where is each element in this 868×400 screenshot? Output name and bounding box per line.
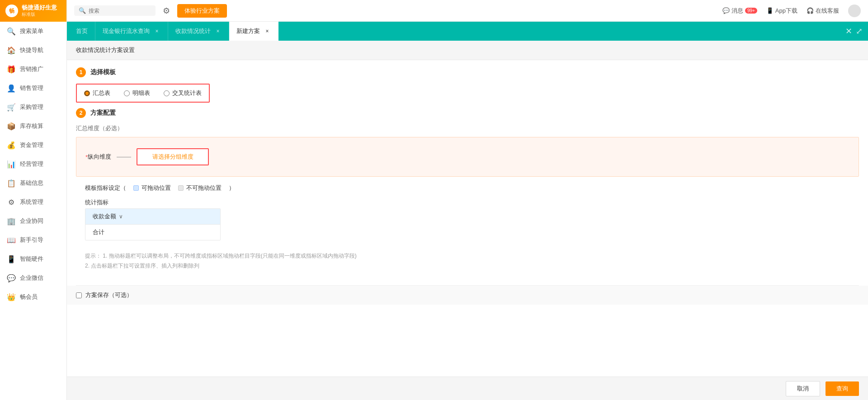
service-icon: 🎧 [807,7,814,14]
tab-expand-icon[interactable]: ⤢ [856,26,863,36]
tip-prefix: 提示： [85,253,101,259]
tab-receipt-stats-close[interactable]: × [214,28,222,35]
app-download-button[interactable]: 📱 App下载 [766,7,797,15]
smart-hw-icon: 📱 [7,255,15,263]
sidebar: 畅 畅捷通好生意 标准版 🔍 搜索菜单 🏠 快捷导航 🎁 营销推广 👤 销售管理… [0,0,67,400]
indicator-chevron-icon[interactable]: ∨ [119,213,123,220]
sidebar-item-label: 经营管理 [20,160,43,168]
radio-summary[interactable]: 汇总表 [84,89,110,97]
step2-label: 2 方案配置 [76,108,859,118]
guide-icon: 📖 [7,236,15,244]
sidebar-item-label: 库存核算 [20,122,43,130]
radio-detail-label: 明细表 [132,89,150,97]
tab-close-all-icon[interactable]: ✕ [845,26,852,36]
indicators-close-paren: ） [229,184,235,192]
member-icon: 👑 [7,293,15,301]
tab-bank-flow-close[interactable]: × [153,28,160,35]
tab-bank-flow-label: 现金银行流水查询 [103,27,150,35]
sidebar-item-quick-nav[interactable]: 🏠 快捷导航 [0,41,66,60]
sidebar-item-system[interactable]: ⚙ 系统管理 [0,193,66,212]
sidebar-item-sales[interactable]: 👤 销售管理 [0,79,66,98]
step1-title: 选择模板 [90,68,116,76]
tab-receipt-stats[interactable]: 收款情况统计 × [168,22,229,41]
basic-info-icon: 📋 [7,179,15,187]
radio-summary-input[interactable] [84,90,90,96]
sidebar-item-basic-info[interactable]: 📋 基础信息 [0,174,66,193]
dimension-select[interactable]: 请选择分组维度 [137,148,209,165]
indicator-row-total: 合计 [85,225,220,240]
management-icon: 📊 [7,160,15,168]
sidebar-item-label: 销售管理 [20,84,43,92]
tab-bar: 首页 现金银行流水查询 × 收款情况统计 × 新建方案 × ✕ ⤢ [67,22,868,41]
sidebar-item-label: 基础信息 [20,179,43,187]
weixin-icon: 💬 [7,274,15,282]
sidebar-item-purchase[interactable]: 🛒 采购管理 [0,98,66,117]
tab-new-plan-close[interactable]: × [264,28,271,35]
message-badge: 99+ [745,8,757,14]
sidebar-item-guide[interactable]: 📖 新手引导 [0,231,66,249]
sidebar-item-enterprise[interactable]: 🏢 企业协同 [0,212,66,231]
system-icon: ⚙ [7,198,15,206]
sidebar-item-search-menu[interactable]: 🔍 搜索菜单 [0,22,66,41]
radio-detail[interactable]: 明细表 [124,89,150,97]
content-inner: 收款情况统计方案设置 1 选择模板 汇总表 明细表 [67,41,868,376]
sidebar-item-marketing[interactable]: 🎁 营销推广 [0,60,66,79]
indicators-header: 模板指标设定（ 可拖动位置 不可拖动位置 ） [85,184,850,192]
sidebar-item-management[interactable]: 📊 经营管理 [0,155,66,174]
draggable-label: 可拖动位置 [142,184,171,192]
message-button[interactable]: 💬 消息 99+ [722,7,757,15]
step2-circle: 2 [76,108,86,118]
sidebar-item-label: 企业微信 [20,274,43,282]
tip1: 1. 拖动标题栏可以调整布局，不可跨维度或指标区域拖动栏目字段(只能在同一维度或… [103,253,356,259]
footer: 取消 查询 [67,376,868,400]
header-right: 💬 消息 99+ 📱 App下载 🎧 在线客服 [722,5,861,17]
step1-section: 1 选择模板 汇总表 明细表 交叉统计表 [67,60,868,108]
enterprise-icon: 🏢 [7,217,15,225]
sidebar-item-label: 采购管理 [20,103,43,111]
message-icon: 💬 [722,7,730,14]
search-input[interactable] [89,8,151,14]
user-avatar[interactable] [848,5,861,17]
sidebar-item-label: 畅会员 [20,293,38,301]
sidebar-item-smart-hw[interactable]: 📱 智能硬件 [0,249,66,268]
tip2: 2. 点击标题栏下拉可设置排序、插入列和删除列 [85,261,850,271]
main-area: 🔍 ⚙ 体验行业方案 💬 消息 99+ 📱 App下载 🎧 在线客服 首页 [67,0,868,400]
query-button[interactable]: 查询 [826,381,859,396]
cancel-button[interactable]: 取消 [786,381,820,396]
dimension-arrow: —— [117,153,131,161]
logo-icon: 畅 [5,5,18,17]
radio-detail-input[interactable] [124,90,130,96]
content-area: 收款情况统计方案设置 1 选择模板 汇总表 明细表 [67,41,868,376]
indicator-header-row[interactable]: 收款金额 ∨ [85,209,220,225]
download-icon: 📱 [766,7,774,14]
tab-new-plan[interactable]: 新建方案 × [229,22,278,41]
sidebar-nav: 🔍 搜索菜单 🏠 快捷导航 🎁 营销推广 👤 销售管理 🛒 采购管理 📦 库存核… [0,22,66,400]
radio-cross-input[interactable] [164,90,170,96]
sales-icon: 👤 [7,84,15,92]
header-search-box[interactable]: 🔍 [74,5,156,16]
sidebar-item-finance[interactable]: 💰 资金管理 [0,136,66,155]
step1-label: 1 选择模板 [76,67,859,77]
sidebar-item-label: 搜索菜单 [20,27,43,35]
save-checkbox[interactable] [76,292,82,298]
stats-label: 统计指标 [85,197,108,208]
indicator-table-wrapper: 统计指标 [85,197,850,208]
tab-home[interactable]: 首页 [67,22,95,41]
sidebar-item-weixin[interactable]: 💬 企业微信 [0,268,66,287]
tips-section: 提示： 1. 拖动标题栏可以调整布局，不可跨维度或指标区域拖动栏目字段(只能在同… [76,248,859,278]
draggable-indicator: 可拖动位置 [133,184,171,192]
sidebar-item-inventory[interactable]: 📦 库存核算 [0,117,66,136]
settings-icon[interactable]: ⚙ [163,6,170,16]
dimension-title: 汇总维度（必选） [76,124,859,132]
inventory-icon: 📦 [7,122,15,130]
trial-industry-button[interactable]: 体验行业方案 [177,4,227,18]
sidebar-item-member[interactable]: 👑 畅会员 [0,287,66,306]
radio-summary-label: 汇总表 [93,89,110,97]
step2-title: 方案配置 [90,109,116,117]
radio-cross[interactable]: 交叉统计表 [164,89,202,97]
indicator-column-label: 收款金额 [93,212,116,221]
online-service-button[interactable]: 🎧 在线客服 [807,7,839,15]
save-option: 方案保存（可选） [67,286,868,305]
indicator-table: 收款金额 ∨ 合计 [85,208,221,240]
tab-bank-flow[interactable]: 现金银行流水查询 × [95,22,168,41]
